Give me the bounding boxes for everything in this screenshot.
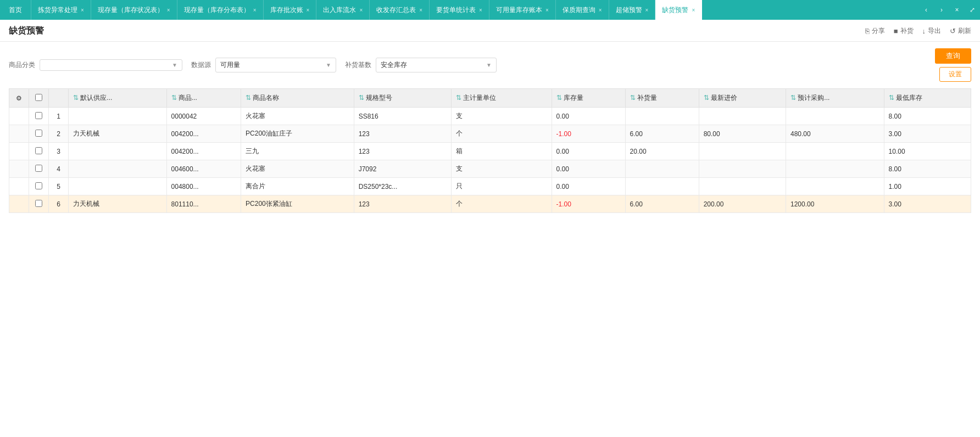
col-latest-price[interactable]: ⇅ 最新进价 — [699, 89, 786, 108]
close-tab-abnormal[interactable]: × — [81, 7, 84, 13]
col-settings[interactable]: ⚙ — [9, 89, 29, 108]
col-replenish[interactable]: ⇅ 补货量 — [625, 89, 699, 108]
tab-nav-buttons: ‹ › × ⤢ — [918, 0, 980, 20]
table-row: 5 004800... 离合片 DS250*23c... 只 0.00 1.00 — [9, 178, 971, 195]
row-unit-2: 箱 — [451, 143, 552, 160]
table-row: 3 004200... 三九 123 箱 0.00 20.00 10.00 — [9, 143, 971, 160]
close-tab-inventory-status[interactable]: × — [167, 7, 170, 13]
replenish-button[interactable]: ■ 补货 — [894, 26, 914, 36]
datasource-select[interactable]: 可用量 ▼ — [215, 58, 336, 72]
close-tab-inventory-dist[interactable]: × — [253, 7, 257, 13]
row-checkbox-3[interactable] — [29, 160, 49, 178]
settings-button[interactable]: 设置 — [939, 67, 971, 82]
category-select[interactable]: ▼ — [40, 59, 182, 71]
row-est-purchase-0 — [786, 108, 884, 125]
share-button[interactable]: ⎘ 分享 — [865, 26, 885, 36]
tab-home[interactable]: 首页 — [0, 0, 31, 20]
row-stock-5: -1.00 — [552, 195, 625, 213]
tab-batch-account[interactable]: 库存批次账 × — [264, 0, 317, 20]
row-stock-0: 0.00 — [552, 108, 625, 125]
row-product-name-4: 离合片 — [241, 178, 354, 195]
tab-prev-button[interactable]: ‹ — [918, 0, 934, 20]
sort-icon: ⇅ — [456, 94, 461, 102]
table-row: 2 力天机械 004200... PC200油缸庄子 123 个 -1.00 6… — [9, 125, 971, 143]
tab-bar: 首页 拣货异常处理 × 现存量（库存状况表） × 现存量（库存分布表） × 库存… — [0, 0, 980, 20]
row-checkbox-input-4[interactable] — [35, 182, 42, 189]
table-container: ⚙ ⇅ 默认供应... ⇅ 商品... ⇅ — [0, 88, 980, 213]
row-checkbox-input-2[interactable] — [35, 147, 42, 154]
tab-inventory-dist[interactable]: 现存量（库存分布表） × — [177, 0, 264, 20]
export-button[interactable]: ↓ 导出 — [922, 26, 942, 36]
tab-receive-summary[interactable]: 收发存汇总表 × — [370, 0, 430, 20]
tab-stockout-warn[interactable]: 缺货预警 × — [655, 0, 702, 20]
replenish-base-filter-group: 补货基数 安全库存 ▼ — [345, 58, 497, 72]
row-checkbox-2[interactable] — [29, 143, 49, 160]
tab-in-out-flow[interactable]: 出入库流水 × — [316, 0, 370, 20]
tab-abnormal[interactable]: 拣货异常处理 × — [31, 0, 91, 20]
replenish-base-select[interactable]: 安全库存 ▼ — [376, 58, 497, 72]
col-product-name[interactable]: ⇅ 商品名称 — [241, 89, 354, 108]
tab-available-ledger[interactable]: 可用量库存账本 × — [489, 0, 556, 20]
col-stock[interactable]: ⇅ 库存量 — [552, 89, 625, 108]
close-tab-overstock-warn[interactable]: × — [645, 7, 649, 13]
row-checkbox-input-5[interactable] — [35, 200, 42, 207]
close-tab-receive-summary[interactable]: × — [419, 7, 422, 13]
row-est-purchase-2 — [786, 143, 884, 160]
tab-overstock-warn[interactable]: 超储预警 × — [609, 0, 656, 20]
row-checkbox-4[interactable] — [29, 178, 49, 195]
close-tab-in-out-flow[interactable]: × — [359, 7, 363, 13]
row-num-1: 2 — [49, 125, 69, 143]
row-replenish-4 — [625, 178, 699, 195]
row-supplier-3 — [69, 160, 167, 178]
row-checkbox-0[interactable] — [29, 108, 49, 125]
row-supplier-5: 力天机械 — [69, 195, 167, 213]
query-button[interactable]: 查询 — [935, 48, 971, 64]
col-min-stock[interactable]: ⇅ 最低库存 — [884, 89, 971, 108]
close-tab-available-ledger[interactable]: × — [545, 7, 549, 13]
tab-next-button[interactable]: › — [934, 0, 949, 20]
col-spec[interactable]: ⇅ 规格型号 — [354, 89, 451, 108]
refresh-icon: ↺ — [950, 27, 956, 35]
close-tab-batch-account[interactable]: × — [307, 7, 310, 13]
row-checkbox-5[interactable] — [29, 195, 49, 213]
col-product-code[interactable]: ⇅ 商品... — [166, 89, 241, 108]
filter-area: 商品分类 ▼ 数据源 可用量 ▼ 补货基数 安全库存 ▼ 查询 设置 — [0, 42, 980, 88]
row-num-2: 3 — [49, 143, 69, 160]
row-est-purchase-1: 480.00 — [786, 125, 884, 143]
tab-expiry-query[interactable]: 保质期查询 × — [556, 0, 609, 20]
col-checkbox[interactable] — [29, 89, 49, 108]
row-unit-5: 个 — [451, 195, 552, 213]
col-unit[interactable]: ⇅ 主计量单位 — [451, 89, 552, 108]
datasource-select-value: 可用量 — [220, 60, 240, 70]
sort-icon: ⇅ — [171, 94, 177, 102]
col-supplier[interactable]: ⇅ 默认供应... — [69, 89, 167, 108]
close-tab-stockout-warn[interactable]: × — [692, 7, 695, 13]
datasource-select-arrow-icon: ▼ — [326, 62, 331, 68]
row-unit-1: 个 — [451, 125, 552, 143]
close-tab-expiry-query[interactable]: × — [599, 7, 602, 13]
category-filter-group: 商品分类 ▼ — [9, 59, 182, 71]
col-est-purchase[interactable]: ⇅ 预计采购... — [786, 89, 884, 108]
row-checkbox-1[interactable] — [29, 125, 49, 143]
row-checkbox-input-3[interactable] — [35, 165, 42, 172]
row-stock-4: 0.00 — [552, 178, 625, 195]
row-replenish-1: 6.00 — [625, 125, 699, 143]
tab-inventory-status[interactable]: 现存量（库存状况表） × — [91, 0, 177, 20]
gear-icon: ⚙ — [16, 94, 22, 102]
row-product-code-0: 0000042 — [166, 108, 241, 125]
row-latest-price-3 — [699, 160, 786, 178]
export-icon: ↓ — [922, 27, 926, 35]
sort-icon: ⇅ — [359, 94, 364, 102]
close-tab-order-stats[interactable]: × — [479, 7, 482, 13]
row-checkbox-input-1[interactable] — [35, 130, 42, 137]
category-select-arrow-icon: ▼ — [172, 62, 177, 68]
select-all-checkbox[interactable] — [35, 94, 42, 101]
tab-maximize-button[interactable]: ⤢ — [965, 0, 980, 20]
tab-order-stats[interactable]: 要货单统计表 × — [430, 0, 489, 20]
tab-close-all-button[interactable]: × — [949, 0, 965, 20]
refresh-button[interactable]: ↺ 刷新 — [950, 26, 971, 36]
row-checkbox-input-0[interactable] — [35, 112, 42, 119]
row-spec-5: 123 — [354, 195, 451, 213]
row-min-stock-3: 8.00 — [884, 160, 971, 178]
row-settings-4 — [9, 178, 29, 195]
